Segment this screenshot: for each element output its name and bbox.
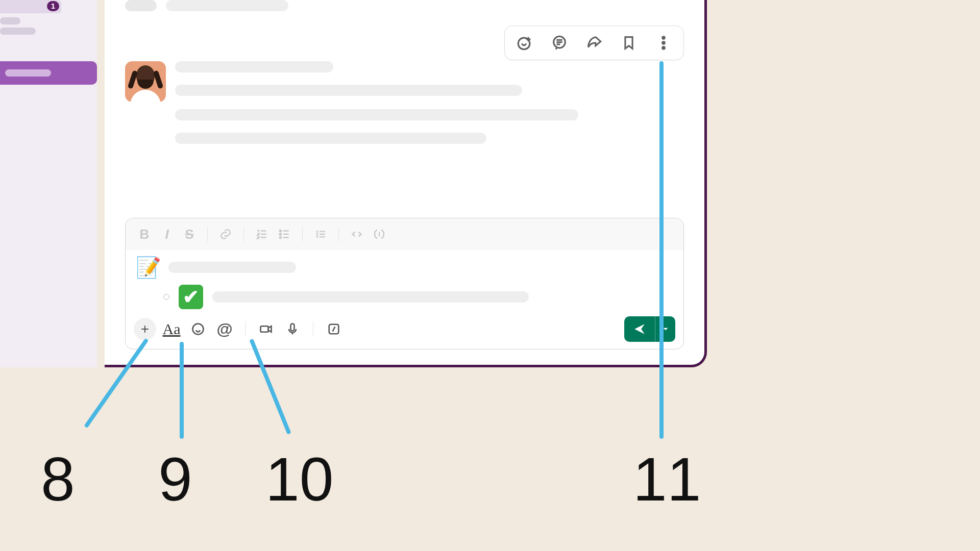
avatar[interactable] xyxy=(125,61,166,102)
svg-rect-9 xyxy=(261,326,268,332)
formatting-toolbar: B I S xyxy=(126,218,683,250)
callout-line xyxy=(180,342,184,439)
checkmark-emoji-icon: ✔ xyxy=(179,285,203,309)
thread-icon[interactable] xyxy=(551,34,568,52)
codeblock-button[interactable] xyxy=(371,226,388,243)
message-hover-toolbar xyxy=(504,26,684,60)
sidebar-item[interactable] xyxy=(0,28,36,35)
composer-action-bar: + Aa @ xyxy=(126,311,683,349)
slash-command-button[interactable] xyxy=(323,318,345,340)
video-clip-button[interactable] xyxy=(255,318,277,340)
bullet-list-button[interactable] xyxy=(276,226,293,243)
send-button[interactable] xyxy=(624,316,655,342)
memo-emoji-icon: 📝 xyxy=(136,257,161,278)
send-options-button[interactable] xyxy=(655,316,675,342)
italic-button[interactable]: I xyxy=(158,226,176,243)
svg-point-8 xyxy=(193,324,204,335)
chat-panel: B I S xyxy=(105,0,707,367)
message-placeholder xyxy=(125,0,288,13)
draft-text-placeholder xyxy=(212,291,529,303)
svg-point-3 xyxy=(663,42,665,44)
sidebar-item-label xyxy=(5,69,51,77)
callout-number: 8 xyxy=(41,444,75,514)
composer-input[interactable]: 📝 ✔ xyxy=(126,250,683,311)
svg-point-2 xyxy=(663,37,665,39)
unread-badge: 1 xyxy=(47,1,59,11)
emoji-button[interactable] xyxy=(187,318,209,340)
bookmark-icon[interactable] xyxy=(620,34,638,52)
link-button[interactable] xyxy=(217,226,234,243)
svg-point-7 xyxy=(280,237,281,238)
sidebar-item-active[interactable] xyxy=(0,61,97,85)
callout-number: 11 xyxy=(633,444,701,514)
send-button-group xyxy=(624,316,675,342)
mention-button[interactable]: @ xyxy=(213,318,236,340)
sidebar-item[interactable]: 1 xyxy=(0,0,61,13)
audio-clip-button[interactable] xyxy=(281,318,304,340)
share-icon[interactable] xyxy=(585,34,603,52)
draft-text-placeholder xyxy=(168,262,296,273)
strike-button[interactable]: S xyxy=(181,226,198,243)
bold-button[interactable]: B xyxy=(136,226,153,243)
callout-number: 10 xyxy=(265,444,333,514)
svg-point-4 xyxy=(663,47,665,49)
message xyxy=(125,61,578,156)
svg-point-5 xyxy=(280,230,281,232)
callout-number: 9 xyxy=(158,444,192,514)
message-composer: B I S xyxy=(125,218,684,349)
blockquote-button[interactable] xyxy=(312,226,329,243)
bullet-icon xyxy=(163,294,169,300)
ordered-list-button[interactable] xyxy=(253,226,271,243)
toggle-formatting-button[interactable]: Aa xyxy=(160,318,183,340)
attach-button[interactable]: + xyxy=(134,318,156,340)
svg-point-6 xyxy=(280,233,281,235)
add-reaction-icon[interactable] xyxy=(516,34,533,52)
more-actions-icon[interactable] xyxy=(655,34,672,52)
svg-rect-10 xyxy=(291,324,295,331)
code-button[interactable] xyxy=(348,226,365,243)
callout-line xyxy=(659,61,664,439)
sidebar: 1 xyxy=(0,0,97,367)
sidebar-item[interactable] xyxy=(0,17,20,24)
message-body xyxy=(175,61,578,156)
